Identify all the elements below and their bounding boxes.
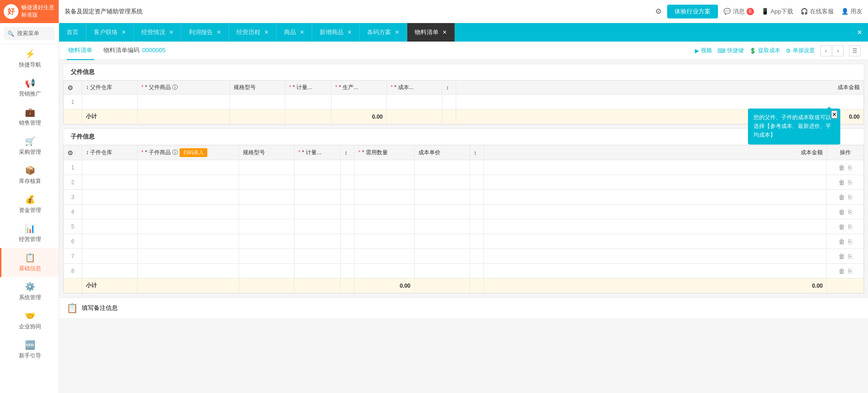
tabbar: 首页 客户联络 ✕ 经营情况 ✕ 利润报告 ✕ 经营历程 ✕ 商品 ✕ 新增商品… <box>59 23 868 42</box>
grid-view-button[interactable]: ☰ <box>849 45 861 56</box>
delete-row-button[interactable]: 🗑 <box>838 178 846 187</box>
child-subtotal-row: 小计 0.00 0.00 <box>64 278 864 293</box>
logo-icon: 好 <box>4 4 18 19</box>
system-title: 装备及固定资产辅助管理系统 <box>65 7 650 16</box>
parent-col-amount: 成本金额 <box>456 81 864 95</box>
delete-row-button[interactable]: 🗑 <box>838 252 846 261</box>
search-icon: 🔍 <box>7 30 14 37</box>
sidebar-item-system[interactable]: ⚙️ 系统管理 <box>0 277 59 306</box>
sidebar-item-marketing[interactable]: 📢 营销推广 <box>0 73 59 103</box>
sidebar-item-sales[interactable]: 💼 销售管理 <box>0 103 59 132</box>
tab-close-bom[interactable]: ✕ <box>442 29 447 36</box>
tab-profit[interactable]: 利润报告 ✕ <box>181 23 229 42</box>
tab-newproduct[interactable]: 新增商品 ✕ <box>312 23 360 42</box>
bottom-toolbar: 📋 填写备注信息 <box>59 297 868 318</box>
child-col-unit: * * 计量... <box>295 145 341 160</box>
tab-barcode[interactable]: 条码方案 ✕ <box>360 23 407 42</box>
tab-close-products[interactable]: ✕ <box>300 29 304 36</box>
settings-gear-icon[interactable]: ⚙ <box>655 7 662 16</box>
sidebar-item-operations[interactable]: 📊 经营管理 <box>0 219 59 248</box>
tab-history[interactable]: 经营历程 ✕ <box>229 23 277 42</box>
sidebar-nav: ⚡ 快捷导航 📢 营销推广 💼 销售管理 🛒 采购管理 📦 库存核算 💰 资金管… <box>0 44 59 393</box>
finance-icon: 💰 <box>25 194 35 205</box>
sidebar-item-inventory[interactable]: 📦 库存核算 <box>0 161 59 190</box>
message-button[interactable]: 💬 消息 6 <box>723 7 754 16</box>
search-area: 🔍 搜索菜单 <box>0 23 59 44</box>
tab-close-all-button[interactable]: ✕ <box>851 29 868 36</box>
parent-settings-icon[interactable]: ⚙ <box>67 84 73 91</box>
child-section-title: 子件信息 <box>63 129 864 145</box>
quicknav-icon: ⚡ <box>25 49 35 59</box>
delete-row-button[interactable]: 🗑 <box>838 266 846 276</box>
delete-row-button[interactable]: 🗑 <box>838 163 846 172</box>
child-col-warehouse: ↕ 子件仓库 <box>82 145 138 160</box>
parent-section: 父件信息 ⚙ ↕ 父件仓库 * * 父件商品 ⓘ 规 <box>63 64 864 125</box>
experience-button[interactable]: 体验行业方案 <box>667 5 718 18</box>
sidebar: 好 畅捷通好生意 标准版 🔍 搜索菜单 ⚡ 快捷导航 📢 营销推广 💼 销售管理… <box>0 0 59 393</box>
tab-customer[interactable]: 客户联络 ✕ <box>86 23 134 42</box>
copy-row-button[interactable]: ⎘ <box>847 252 853 261</box>
shortcut-link[interactable]: ⌨ 快捷键 <box>717 47 744 54</box>
tab-close-history[interactable]: ✕ <box>264 29 269 36</box>
delete-row-button[interactable]: 🗑 <box>838 207 846 217</box>
logo-text: 畅捷通好生意 标准版 <box>21 4 54 18</box>
child-settings-icon[interactable]: ⚙ <box>67 149 73 157</box>
copy-row-button[interactable]: ⎘ <box>847 163 853 172</box>
sidebar-item-basic[interactable]: 📋 基础信息 <box>0 248 59 277</box>
delete-row-button[interactable]: 🗑 <box>838 193 846 202</box>
purchase-icon: 🛒 <box>25 136 35 146</box>
table-row: 3 🗑 ⎘ <box>64 190 864 205</box>
tab-close-customer[interactable]: ✕ <box>121 29 126 36</box>
tab-close-barcode[interactable]: ✕ <box>395 29 399 36</box>
tab-close-operations[interactable]: ✕ <box>169 29 174 36</box>
tab-bom[interactable]: 物料清单 ✕ <box>407 23 455 42</box>
search-menu-button[interactable]: 🔍 搜索菜单 <box>4 27 55 40</box>
table-row: 5 🗑 ⎘ <box>64 219 864 234</box>
service-icon: 🎧 <box>801 8 808 15</box>
copy-row-button[interactable]: ⎘ <box>847 266 853 276</box>
parent-col-settings: ⚙ <box>64 81 82 95</box>
prev-arrow[interactable]: ‹ <box>820 45 832 56</box>
inventory-icon: 📦 <box>25 165 35 175</box>
marketing-icon: 📢 <box>25 78 35 88</box>
sidebar-item-finance[interactable]: 💰 资金管理 <box>0 190 59 219</box>
sub-header: 物料清单 物料清单编码 0000005 ▶ 视频 ⌨ 快捷键 💲 提取成本 <box>59 42 868 60</box>
parent-col-manufacture: * * 生产... <box>332 81 387 95</box>
copy-row-button[interactable]: ⎘ <box>847 237 853 246</box>
copy-row-button[interactable]: ⎘ <box>847 222 853 231</box>
sub-tab-edit[interactable]: 物料清单编码 0000005 <box>102 42 168 60</box>
user-button[interactable]: 👤 用友 <box>841 7 862 16</box>
sidebar-item-cooperation[interactable]: 🤝 企业协同 <box>0 306 59 335</box>
tab-operations[interactable]: 经营情况 ✕ <box>134 23 181 42</box>
tab-close-profit[interactable]: ✕ <box>217 29 221 36</box>
sub-tab-list[interactable]: 物料清单 <box>66 42 94 60</box>
table-row: 2 🗑 ⎘ <box>64 175 864 190</box>
parent-subtotal-row: 小计 0.00 0.00 <box>64 109 864 124</box>
scan-button[interactable]: 扫码录入 <box>180 148 207 157</box>
user-icon: 👤 <box>841 8 849 15</box>
copy-row-button[interactable]: ⎘ <box>847 207 853 217</box>
parent-col-sort: ↕ <box>442 81 456 95</box>
settings-link[interactable]: ⚙ 单据设置 <box>786 47 815 54</box>
parent-col-spec: 规格型号 <box>230 81 285 95</box>
tab-close-newproduct[interactable]: ✕ <box>347 29 352 36</box>
copy-row-button[interactable]: ⎘ <box>847 193 853 202</box>
tooltip-close-button[interactable]: ✕ <box>831 110 838 119</box>
sidebar-item-purchase[interactable]: 🛒 采购管理 <box>0 132 59 161</box>
next-arrow[interactable]: › <box>832 45 844 56</box>
cooperation-icon: 🤝 <box>25 311 35 321</box>
video-link[interactable]: ▶ 视频 <box>695 47 712 54</box>
sub-header-actions: ▶ 视频 ⌨ 快捷键 💲 提取成本 ⚙ 单据设置 ‹ › <box>695 45 861 56</box>
cost-link[interactable]: 💲 提取成本 <box>749 47 780 54</box>
service-button[interactable]: 🎧 在线客服 <box>801 7 834 16</box>
child-col-amount: 成本金额 <box>484 145 827 160</box>
app-download-button[interactable]: 📱 App下载 <box>761 7 793 16</box>
tab-products[interactable]: 商品 ✕ <box>277 23 312 42</box>
sidebar-item-quicknav[interactable]: ⚡ 快捷导航 <box>0 44 59 73</box>
delete-row-button[interactable]: 🗑 <box>838 222 846 231</box>
parent-table: ⚙ ↕ 父件仓库 * * 父件商品 ⓘ 规格型号 * * 计量... <box>63 80 864 124</box>
copy-row-button[interactable]: ⎘ <box>847 178 853 187</box>
delete-row-button[interactable]: 🗑 <box>838 237 846 246</box>
sidebar-item-guide[interactable]: 🆕 新手引导 <box>0 335 59 364</box>
tab-home[interactable]: 首页 <box>59 23 86 42</box>
